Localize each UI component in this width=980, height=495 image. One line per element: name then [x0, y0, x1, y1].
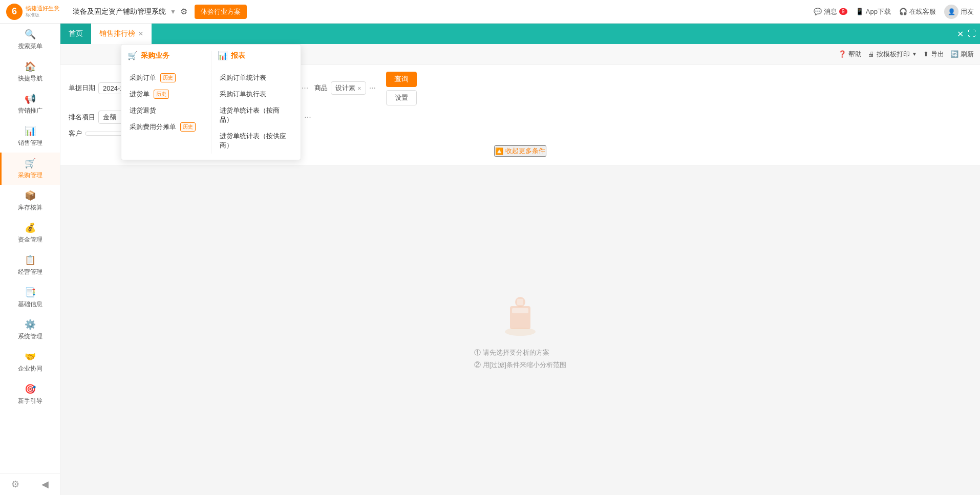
finance-icon: 💰: [25, 222, 36, 233]
svg-rect-4: [517, 299, 523, 305]
settings-gear-icon[interactable]: ⚙: [180, 7, 190, 17]
sidebar-item-purchase[interactable]: 🛒 采购管理: [0, 153, 60, 185]
date-label: 单据日期: [69, 83, 95, 93]
sidebar-item-inventory[interactable]: 📦 库存核算: [0, 185, 60, 217]
history-tag-purchase-order: 历史: [160, 73, 176, 82]
logo-area: 6 畅捷通好生意 标准版: [6, 4, 67, 20]
empty-area: ① 请先选择要分析的方案 ② 用[过滤]条件来缩小分析范围: [60, 165, 980, 495]
empty-hint-1: ① 请先选择要分析的方案: [474, 348, 566, 357]
sidebar-settings-btn[interactable]: ⚙: [11, 479, 19, 490]
basic-icon: 📑: [25, 287, 36, 298]
goods-tag-close[interactable]: ×: [357, 84, 361, 92]
export-icon: ⬆: [923, 50, 929, 58]
empty-hint-2: ② 用[过滤]条件来缩小分析范围: [474, 360, 566, 370]
tab-close-window-btn[interactable]: ✕: [957, 29, 964, 39]
purchase-icon: 🛒: [25, 158, 36, 169]
print-dropdown-arrow[interactable]: ▼: [912, 51, 917, 57]
headset-icon: 🎧: [899, 8, 907, 15]
tab-sales-rank[interactable]: 销售排行榜 ✕: [91, 24, 152, 44]
user-area[interactable]: 👤 用友: [944, 5, 974, 19]
app-download-btn[interactable]: 📱 App下载: [856, 7, 891, 16]
customer-label: 客户: [69, 129, 82, 138]
history-tag-inbound: 历史: [154, 90, 169, 99]
logo-icon: 6: [6, 4, 23, 20]
sidebar-item-sales[interactable]: 📊 销售管理: [0, 120, 60, 153]
sidebar-collapse-btn[interactable]: ◀: [41, 479, 49, 490]
collapse-icon: 🔼: [495, 147, 503, 155]
menu-item-inbound-stat-goods[interactable]: 进货单统计表（按商品）: [218, 102, 295, 128]
sidebar-item-enterprise[interactable]: 🤝 企业协同: [0, 346, 60, 378]
top-header: 6 畅捷通好生意 标准版 装备及固定资产辅助管理系统 ▼ ⚙ 体验行业方案 💬 …: [0, 0, 980, 24]
message-badge: 9: [839, 8, 847, 15]
history-tag-fee: 历史: [180, 122, 196, 132]
online-service-btn[interactable]: 🎧 在线客服: [899, 7, 936, 16]
system-dropdown-arrow[interactable]: ▼: [170, 8, 176, 15]
goods-tag[interactable]: 设计素 ×: [331, 81, 366, 95]
tabs-bar-right: ✕ ⛶: [957, 29, 980, 39]
edition-label: 标准版: [26, 12, 59, 18]
help-icon: ❓: [838, 50, 846, 58]
rank-label: 排名项目: [69, 113, 95, 122]
main-layout: 🔍 搜索菜单 🏠 快捷导航 📢 营销推广 📊 销售管理 🛒 采购管理 📦 库存核…: [0, 24, 980, 495]
message-btn[interactable]: 💬 消息 9: [814, 7, 847, 16]
sidebar-item-basic[interactable]: 📑 基础信息: [0, 282, 60, 314]
sidebar-item-finance[interactable]: 💰 资金管理: [0, 217, 60, 249]
header-system: 装备及固定资产辅助管理系统 ▼ ⚙ 体验行业方案: [67, 5, 814, 19]
menu-item-purchase-order[interactable]: 采购订单 历史: [127, 70, 205, 86]
sidebar-item-newbie[interactable]: 🎯 新手引导: [0, 378, 60, 411]
system-title: 装备及固定资产辅助管理系统: [73, 7, 166, 16]
query-btn[interactable]: 查询: [386, 72, 417, 87]
marketing-icon: 📢: [25, 93, 36, 104]
refresh-btn[interactable]: 🔄 刷新: [950, 50, 974, 59]
message-icon: 💬: [814, 8, 822, 15]
goods-label: 商品: [314, 83, 328, 93]
purchase-dropdown-menu: 🛒 采购业务 采购订单 历史 进货单 历史 进货退货 采购费用分摊单 历史: [121, 44, 301, 160]
tab-home[interactable]: 首页: [60, 24, 91, 44]
print-icon: 🖨: [868, 50, 875, 58]
svg-rect-2: [512, 308, 528, 313]
menu-section-reports-title: 📊 报表: [218, 51, 295, 64]
sidebar-item-quicknav[interactable]: 🏠 快捷导航: [0, 56, 60, 88]
menu-item-purchase-return[interactable]: 进货退货: [127, 102, 205, 119]
print-btn[interactable]: 🖨 按模板打印 ▼: [868, 50, 917, 59]
system-icon: ⚙️: [25, 319, 36, 330]
avatar-icon: 👤: [948, 8, 955, 15]
sidebar-item-system[interactable]: ⚙️ 系统管理: [0, 314, 60, 346]
sidebar-item-search[interactable]: 🔍 搜索菜单: [0, 24, 60, 56]
sidebar: 🔍 搜索菜单 🏠 快捷导航 📢 营销推广 📊 销售管理 🛒 采购管理 📦 库存核…: [0, 24, 60, 495]
status-more-btn[interactable]: ···: [302, 83, 308, 93]
goods-more-btn[interactable]: ···: [369, 83, 376, 93]
purchase-menu-icon: 🛒: [127, 51, 138, 60]
export-btn[interactable]: ⬆ 导出: [923, 50, 944, 59]
header-right: 💬 消息 9 📱 App下载 🎧 在线客服 👤 用友: [814, 5, 974, 19]
collapse-btn[interactable]: 🔼 收起更多条件: [494, 145, 546, 157]
reports-menu-icon: 📊: [218, 51, 228, 60]
salesman-more-btn[interactable]: ···: [304, 113, 311, 122]
newbie-icon: 🎯: [25, 383, 36, 395]
empty-illustration: [495, 291, 546, 342]
brand-name: 畅捷通好生意: [26, 5, 59, 12]
industry-btn[interactable]: 体验行业方案: [195, 5, 247, 19]
content-area: 首页 销售排行榜 ✕ ✕ ⛶ ❓ 帮助 🖨 按模板打印 ▼ ⬆: [60, 24, 980, 495]
sales-icon: 📊: [25, 125, 36, 137]
menu-item-purchase-order-exec[interactable]: 采购订单执行表: [218, 86, 295, 102]
menu-section-purchase-title: 🛒 采购业务: [127, 51, 205, 64]
menu-item-purchase-inbound[interactable]: 进货单 历史: [127, 86, 205, 102]
search-icon: 🔍: [25, 29, 36, 40]
logo-text-block: 畅捷通好生意 标准版: [26, 5, 59, 18]
menu-item-purchase-order-stat[interactable]: 采购订单统计表: [218, 70, 295, 86]
menu-item-purchase-fee[interactable]: 采购费用分摊单 历史: [127, 119, 205, 135]
sidebar-item-marketing[interactable]: 📢 营销推广: [0, 88, 60, 120]
sidebar-item-operation[interactable]: 📋 经营管理: [0, 249, 60, 282]
settings-btn[interactable]: 设置: [386, 90, 417, 105]
operation-icon: 📋: [25, 254, 36, 266]
home-icon: 🏠: [25, 61, 36, 72]
sidebar-bottom: ⚙ ◀: [0, 473, 60, 495]
menu-item-inbound-stat-supplier[interactable]: 进货单统计表（按供应商）: [218, 128, 295, 154]
tab-restore-btn[interactable]: ⛶: [968, 29, 976, 38]
tab-close-btn[interactable]: ✕: [138, 30, 143, 37]
help-btn[interactable]: ❓ 帮助: [838, 50, 862, 59]
goods-filter: 商品 设计素 × ···: [314, 81, 376, 95]
phone-icon: 📱: [856, 8, 864, 15]
tabs-bar: 首页 销售排行榜 ✕ ✕ ⛶: [60, 24, 980, 44]
